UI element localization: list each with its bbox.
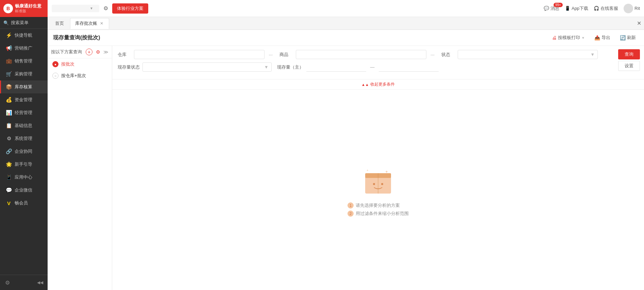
tab-home-label: 首页 (55, 20, 64, 26)
warehouse-label: 仓库 (118, 52, 131, 58)
sidebar-item-enterprise-wechat[interactable]: 💬 企业微信 (0, 184, 48, 197)
sidebar-search[interactable]: 🔍 搜索菜单 (0, 17, 48, 29)
sidebar-item-marketing[interactable]: 📢 营销推广 (0, 42, 48, 55)
user-avatar (624, 4, 633, 13)
system-icon: ⚙ (6, 135, 12, 142)
scheme-item-label: 按批次 (61, 61, 74, 67)
goods-more-btn[interactable]: ··· (429, 51, 436, 58)
app-name: 畅康通好生意 (15, 3, 41, 9)
customer-service-action[interactable]: 🎧 在线客服 (594, 5, 618, 12)
sidebar-item-newbie[interactable]: 🌟 新手引导 (0, 158, 48, 171)
user-profile[interactable]: Rit (624, 4, 640, 13)
scheme-collapse-btn[interactable]: ≫ (103, 49, 108, 55)
user-name: Rit (634, 6, 640, 11)
print-label: 按模板打印 (558, 35, 580, 41)
sidebar-header: B 畅康通好生意 标准版 (0, 0, 48, 17)
svg-point-4 (381, 183, 383, 185)
scheme-gear-btn[interactable]: ⚙ (95, 49, 101, 55)
page-close-button[interactable]: ✕ (637, 20, 641, 26)
export-action-btn[interactable]: 📤 导出 (592, 33, 613, 42)
sidebar-item-inventory[interactable]: 📦 库存核算 (0, 80, 48, 93)
query-actions: 查询 设置 (614, 46, 644, 74)
print-action-btn[interactable]: 🖨 按模板打印 ▼ (549, 33, 588, 42)
settings-button[interactable]: 设置 (618, 61, 640, 71)
current-qty-min-input[interactable] (306, 63, 366, 72)
trial-button[interactable]: 体验行业方案 (112, 3, 148, 14)
refresh-action-btn[interactable]: 🔄 刷新 (617, 33, 639, 42)
current-qty-label: 现存量（主） (277, 64, 304, 70)
page-header: 现存量查询(按批次) 🖨 按模板打印 ▼ 📤 导出 🔄 刷新 (48, 30, 644, 46)
sidebar-item-finance[interactable]: 💰 资金管理 (0, 93, 48, 106)
app-version: 标准版 (15, 8, 41, 14)
sidebar-item-operations[interactable]: 📊 经营管理 (0, 106, 48, 119)
page-body: 按以下方案查询 + ⚙ ≫ ● 按批次 ○ 按仓库+批次 (48, 46, 644, 290)
filter-panel: 仓库 ··· 商品 ··· (112, 46, 644, 290)
collapse-sidebar-icon[interactable]: ◀◀ (35, 278, 45, 287)
customer-service-icon: 🎧 (594, 6, 599, 11)
sidebar-item-sales[interactable]: 💼 销售管理 (0, 55, 48, 68)
vip-icon: V (6, 200, 12, 206)
scheme-item-batch[interactable]: ● 按批次 (48, 58, 112, 70)
goods-field: 商品 ··· (279, 50, 436, 59)
sidebar-item-vip[interactable]: V 畅会员 (0, 197, 48, 210)
sidebar-item-label: 企业微信 (15, 187, 32, 193)
sidebar-title-block: 畅康通好生意 标准版 (15, 3, 41, 14)
topbar-search-input[interactable] (54, 6, 88, 11)
print-icon: 🖨 (552, 35, 557, 40)
app-center-icon: 📱 (6, 174, 12, 180)
customer-service-label: 在线客服 (600, 5, 618, 12)
basic-info-icon: 📋 (6, 123, 12, 129)
collapse-bar[interactable]: ▲▲ 收起更多条件 (112, 79, 644, 90)
tab-inventory-batch[interactable]: 库存批次账 ✕ (70, 18, 109, 29)
scheme-add-btn[interactable]: + (86, 49, 92, 55)
inventory-status-label: 现存量状态 (118, 64, 140, 70)
sidebar-item-app-center[interactable]: 📱 应用中心 (0, 171, 48, 184)
page-title: 现存量查询(按批次) (53, 34, 100, 41)
scheme-item-warehouse-batch[interactable]: ○ 按仓库+批次 (48, 70, 112, 81)
sidebar-item-system[interactable]: ⚙ 系统管理 (0, 132, 48, 145)
export-label: 导出 (601, 35, 610, 41)
tab-home[interactable]: 首页 (50, 18, 69, 29)
sidebar-search-label: 搜索菜单 (11, 20, 29, 26)
hint-num-2: 2 (348, 211, 354, 217)
warehouse-input[interactable] (134, 50, 265, 59)
settings-bottom-icon[interactable]: ⚙ (3, 278, 12, 287)
status-select[interactable]: ▼ (458, 50, 598, 59)
sidebar-item-label: 资金管理 (15, 97, 32, 103)
inventory-status-select[interactable]: ▼ (142, 62, 272, 72)
tab-close-icon[interactable]: ✕ (99, 21, 104, 26)
sidebar-item-purchase[interactable]: 🛒 采购管理 (0, 68, 48, 80)
sidebar-nav: ⚡ 快捷导航 📢 营销推广 💼 销售管理 🛒 采购管理 📦 库存核算 💰 资金管… (0, 29, 48, 275)
scheme-panel-title: 按以下方案查询 (51, 49, 82, 55)
marketing-icon: 📢 (6, 45, 12, 51)
goods-label: 商品 (279, 52, 293, 58)
warehouse-more-btn[interactable]: ··· (267, 51, 274, 58)
empty-hint-2: 2 用过滤条件来缩小分析范围 (348, 211, 409, 217)
scheme-panel-actions: + ⚙ ≫ (86, 49, 108, 55)
app-download-label: App下载 (572, 5, 588, 12)
sidebar-item-label: 经营管理 (15, 110, 32, 116)
inventory-status-field: 现存量状态 ▼ (118, 62, 272, 72)
empty-hints: 1 请先选择要分析的方案 2 用过滤条件来缩小分析范围 (348, 202, 409, 217)
topbar-search-box[interactable]: ▼ (52, 5, 99, 12)
sidebar-item-label: 企业协同 (15, 148, 32, 155)
message-action[interactable]: 💬 消息 99+ (544, 5, 559, 12)
scheme-dot-active: ● (52, 61, 58, 67)
sidebar-item-enterprise[interactable]: 🔗 企业协同 (0, 145, 48, 158)
topbar-gear-icon[interactable]: ⚙ (102, 4, 109, 13)
current-qty-max-input[interactable] (379, 63, 439, 72)
current-qty-separator: — (369, 65, 376, 70)
svg-text:✦: ✦ (385, 169, 388, 174)
hint-text-1: 请先选择要分析的方案 (356, 202, 400, 209)
goods-input[interactable] (296, 50, 426, 59)
sidebar-item-quick-nav[interactable]: ⚡ 快捷导航 (0, 29, 48, 42)
svg-text:✦: ✦ (366, 169, 369, 172)
sidebar-item-basic-info[interactable]: 📋 基础信息 (0, 119, 48, 132)
sidebar: B 畅康通好生意 标准版 🔍 搜索菜单 ⚡ 快捷导航 📢 营销推广 💼 销售管理… (0, 0, 48, 290)
sales-icon: 💼 (6, 58, 12, 64)
query-button[interactable]: 查询 (618, 49, 640, 59)
search-icon: 🔍 (3, 20, 9, 25)
sidebar-item-label: 库存核算 (15, 84, 32, 90)
refresh-label: 刷新 (627, 35, 636, 41)
app-download-action[interactable]: 📱 App下载 (565, 5, 588, 12)
